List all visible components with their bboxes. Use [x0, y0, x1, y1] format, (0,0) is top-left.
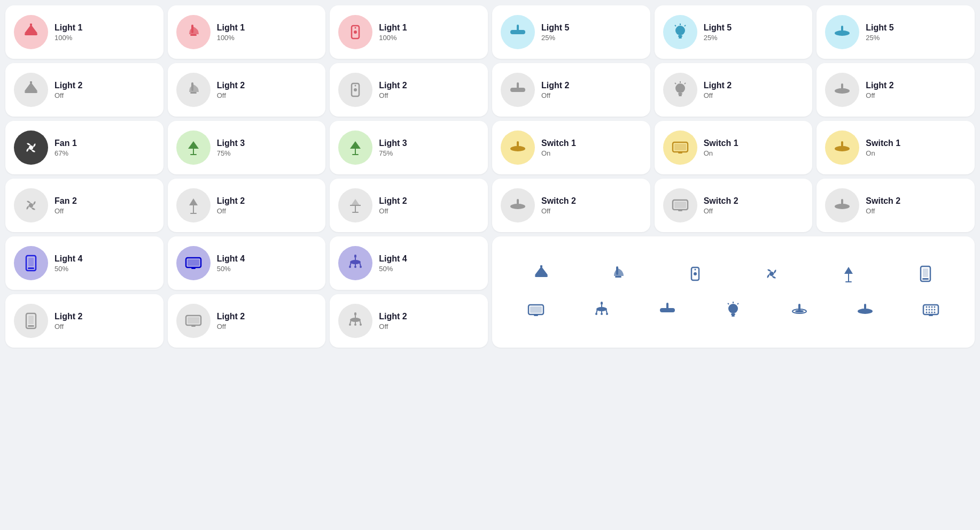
device-card[interactable]: Light 2 Off	[168, 179, 326, 232]
svg-point-77	[349, 266, 351, 268]
svg-point-129	[926, 312, 928, 313]
panel-ceiling-round-icon[interactable]	[852, 297, 878, 323]
svg-point-121	[926, 309, 928, 311]
svg-point-36	[29, 145, 33, 150]
panel-dotted-screen-icon[interactable]	[918, 297, 944, 323]
svg-point-123	[931, 309, 933, 311]
panel-ceiling-strip-icon[interactable]	[655, 297, 680, 323]
svg-line-32	[675, 83, 676, 84]
svg-rect-12	[679, 37, 682, 39]
svg-point-106	[606, 313, 608, 315]
panel-wall-lamp-icon[interactable]	[605, 261, 631, 287]
svg-rect-22	[190, 92, 197, 94]
panel-ceiling-lamp-icon[interactable]	[528, 261, 554, 287]
panel-floor-lamp-icon[interactable]	[836, 261, 861, 287]
svg-rect-52	[193, 205, 194, 213]
svg-rect-17	[841, 26, 843, 33]
panel-ceiling-round2-icon[interactable]	[787, 297, 812, 323]
device-card[interactable]: Light 2 Off	[492, 63, 650, 117]
svg-rect-29	[678, 93, 682, 95]
svg-rect-30	[679, 95, 682, 96]
device-card[interactable]: Light 2 Off	[330, 179, 488, 232]
device-card[interactable]: Light 3 75%	[168, 121, 326, 174]
device-card[interactable]: Light 4 50%	[330, 236, 488, 290]
svg-point-10	[675, 26, 685, 35]
svg-rect-56	[352, 212, 359, 213]
svg-rect-41	[355, 149, 356, 154]
svg-point-124	[934, 309, 936, 311]
device-card[interactable]: Switch 2 Off	[655, 179, 813, 232]
svg-line-143	[350, 320, 351, 324]
svg-rect-11	[678, 35, 682, 37]
svg-line-33	[685, 83, 686, 84]
device-card[interactable]: Light 2 Off	[168, 294, 326, 348]
panel-tv-screen-icon[interactable]	[523, 297, 549, 323]
device-card[interactable]: Light 2 Off	[330, 294, 488, 348]
svg-rect-46	[674, 144, 686, 150]
svg-rect-90	[848, 274, 849, 281]
device-card[interactable]: Light 1 100%	[168, 5, 326, 59]
svg-marker-89	[844, 267, 853, 274]
device-card[interactable]: Light 1 100%	[5, 5, 164, 59]
svg-rect-119	[864, 304, 866, 311]
svg-rect-49	[841, 141, 843, 149]
panel-switch-device-icon[interactable]	[682, 261, 708, 287]
svg-point-132	[934, 312, 936, 313]
device-card[interactable]: Light 5 25%	[492, 5, 650, 59]
device-card[interactable]: Switch 1 On	[816, 121, 975, 174]
device-card[interactable]: Light 1 100%	[330, 5, 488, 59]
svg-rect-44	[517, 141, 519, 149]
panel-chandelier-icon[interactable]	[589, 297, 615, 323]
svg-point-130	[929, 312, 930, 313]
svg-rect-59	[517, 199, 519, 206]
svg-rect-61	[674, 202, 686, 208]
device-card[interactable]: Switch 2 Off	[816, 179, 975, 232]
svg-point-7	[355, 27, 356, 29]
device-card[interactable]: Light 2 Off	[5, 63, 164, 117]
device-card[interactable]: Light 2 Off	[655, 63, 813, 117]
svg-rect-138	[188, 317, 199, 324]
svg-rect-39	[190, 154, 197, 155]
svg-point-126	[929, 306, 930, 308]
svg-line-76	[360, 262, 361, 266]
device-card[interactable]: Switch 2 Off	[492, 179, 650, 232]
device-card[interactable]: Light 5 25%	[655, 5, 813, 59]
svg-marker-80	[535, 266, 548, 275]
svg-line-101	[596, 309, 597, 313]
svg-rect-2	[25, 33, 37, 35]
svg-rect-81	[540, 265, 542, 267]
icon-palette-panel	[492, 236, 975, 348]
svg-line-113	[728, 303, 729, 304]
device-card[interactable]: Switch 1 On	[492, 121, 650, 174]
device-card[interactable]: Light 2 Off	[330, 63, 488, 117]
svg-rect-133	[929, 314, 933, 316]
svg-rect-9	[517, 25, 519, 31]
svg-marker-54	[351, 199, 360, 205]
device-card[interactable]: Light 4 50%	[168, 236, 326, 290]
device-card[interactable]: Light 5 25%	[816, 5, 975, 59]
svg-rect-93	[923, 268, 928, 277]
svg-marker-40	[350, 141, 361, 149]
svg-rect-111	[732, 315, 735, 317]
svg-line-114	[737, 303, 738, 304]
svg-rect-35	[841, 83, 843, 91]
device-card[interactable]: Fan 2 Off	[5, 179, 164, 232]
device-card[interactable]: Light 2 Off	[168, 63, 326, 117]
svg-point-127	[931, 306, 933, 308]
svg-point-24	[354, 88, 357, 91]
device-card[interactable]: Fan 1 67%	[5, 121, 164, 174]
svg-point-79	[360, 266, 362, 268]
svg-point-28	[675, 83, 685, 93]
svg-rect-1	[30, 24, 32, 26]
panel-mirror-light-icon[interactable]	[913, 261, 938, 287]
device-card[interactable]: Switch 1 On	[655, 121, 813, 174]
device-card[interactable]: Light 2 Off	[5, 294, 164, 348]
svg-rect-110	[731, 313, 735, 315]
panel-bulb-icon[interactable]	[720, 297, 746, 323]
svg-point-128	[934, 306, 936, 308]
device-card[interactable]: Light 4 50%	[5, 236, 164, 290]
device-card[interactable]: Light 2 Off	[816, 63, 975, 117]
device-card[interactable]: Light 3 75%	[330, 121, 488, 174]
panel-fan-icon[interactable]	[759, 261, 784, 287]
svg-point-125	[926, 306, 928, 308]
